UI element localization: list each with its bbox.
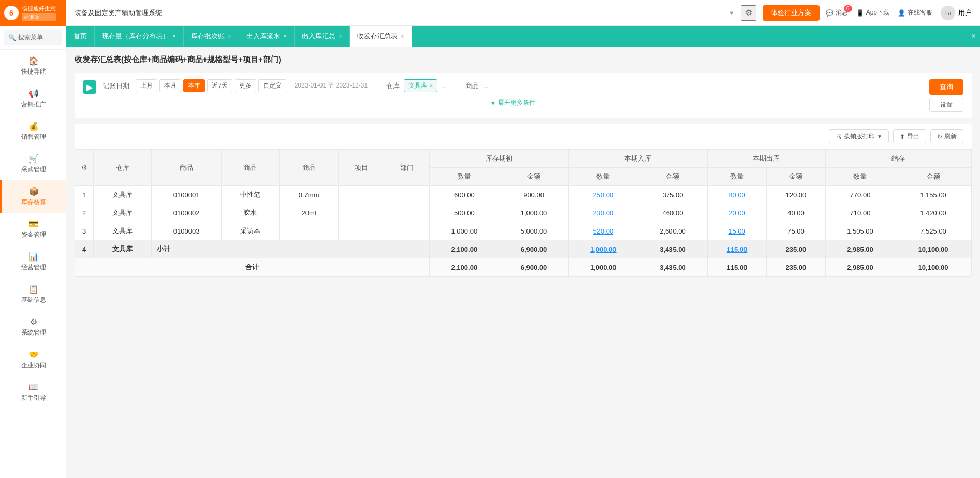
- subtotal-closing-qty: 2,985.00: [825, 240, 895, 258]
- cell-project: [339, 186, 384, 204]
- warehouse-more-btn[interactable]: ...: [442, 82, 447, 90]
- logo-text: 畅捷通好生意 标准版: [22, 5, 56, 21]
- filter-settings-button[interactable]: 设置: [929, 98, 963, 112]
- filter-toggle-button[interactable]: ▶: [83, 80, 96, 94]
- toolbar-right: 🖨 拨销版打印 ▼ ⬆ 导出 ↻ 刷新: [829, 129, 963, 143]
- tab-io-flow-close[interactable]: ×: [283, 33, 287, 40]
- cell-closing-qty: 1,505.00: [825, 222, 895, 240]
- sidebar-item-enterprise[interactable]: 🤝 企业协同: [0, 343, 66, 376]
- th-closing-amt: 金额: [895, 168, 972, 186]
- cell-in-qty[interactable]: 230.00: [568, 204, 638, 222]
- guide-icon: 📖: [28, 382, 39, 392]
- sidebar-item-label: 库存核算: [21, 198, 46, 207]
- settings-button[interactable]: ⚙: [741, 5, 756, 21]
- subtotal-row: 4 文具库 小计 2,100.00 6,900.00 1,000.00 3,43…: [75, 240, 972, 258]
- date-btn-this-year[interactable]: 本年: [183, 79, 205, 92]
- tab-io-summary[interactable]: 出入库汇总 ×: [295, 26, 350, 47]
- tab-inventory-dist[interactable]: 现存量（库存分布表） ×: [95, 26, 184, 47]
- table-area: 🖨 拨销版打印 ▼ ⬆ 导出 ↻ 刷新: [75, 124, 972, 277]
- date-btn-7days[interactable]: 近7天: [207, 79, 232, 92]
- sidebar-item-basic-info[interactable]: 📋 基础信息: [0, 278, 66, 311]
- print-icon: 🖨: [836, 133, 842, 140]
- sidebar-item-label: 资金管理: [21, 230, 46, 239]
- tab-home[interactable]: 首页: [66, 26, 95, 47]
- cell-out-qty[interactable]: 15.00: [708, 222, 767, 240]
- quick-nav-icon: 🏠: [28, 56, 39, 66]
- warehouse-tag-text: 文具库: [408, 81, 427, 90]
- avatar: Ea: [941, 6, 955, 20]
- cell-department: [384, 204, 430, 222]
- refresh-label: 刷新: [944, 132, 957, 141]
- cell-goods-spec: 20ml: [280, 204, 339, 222]
- warehouse-tag: 文具库 ×: [404, 79, 437, 92]
- finance-icon: 💳: [28, 219, 39, 229]
- tab-io-summary-label: 出入库汇总: [302, 32, 335, 41]
- tab-io-summary-close[interactable]: ×: [339, 33, 342, 40]
- export-button[interactable]: ⬆ 导出: [893, 129, 926, 143]
- date-buttons: 上月 本月 本年 近7天 更多 自定义: [136, 79, 286, 92]
- th-opening-group: 库存期初: [430, 150, 568, 168]
- export-icon: ⬆: [900, 133, 905, 140]
- query-button[interactable]: 查询: [929, 79, 963, 95]
- cell-out-qty[interactable]: 80.00: [708, 186, 767, 204]
- sidebar-item-label: 快捷导航: [21, 67, 46, 76]
- cell-opening-amt: 5,000.00: [499, 222, 568, 240]
- app-download-button[interactable]: 📱 App下载: [856, 8, 889, 17]
- subtotal-label: 小计: [152, 240, 430, 258]
- subtotal-out-qty[interactable]: 115.00: [708, 240, 767, 258]
- tab-batch-accounts[interactable]: 库存批次账 ×: [184, 26, 239, 47]
- cell-goods-name: 中性笔: [221, 186, 279, 204]
- trial-button[interactable]: 体验行业方案: [763, 5, 820, 21]
- tab-recv-send-summary-close[interactable]: ×: [401, 33, 404, 40]
- sidebar-search-button[interactable]: 🔍 搜索菜单: [4, 30, 62, 45]
- cell-in-qty[interactable]: 520.00: [568, 222, 638, 240]
- tab-batch-accounts-close[interactable]: ×: [228, 33, 231, 40]
- filter-expand-btn[interactable]: ▼ 展开更多条件: [103, 96, 923, 109]
- print-button[interactable]: 🖨 拨销版打印 ▼: [829, 129, 889, 143]
- filter-area: ▶ 记账日期 上月 本月 本年 近7天 更多 自定义 2023-01-01 至 …: [75, 73, 972, 118]
- tab-io-flow[interactable]: 出入库流水 ×: [239, 26, 295, 47]
- cell-out-amt: 120.00: [766, 186, 825, 204]
- warehouse-tag-close[interactable]: ×: [429, 82, 433, 90]
- cell-out-amt: 75.00: [766, 222, 825, 240]
- sidebar-item-inventory[interactable]: 📦 库存核算: [0, 180, 66, 213]
- tab-recv-send-summary[interactable]: 收发存汇总表 ×: [350, 26, 412, 47]
- goods-more-btn[interactable]: ...: [483, 82, 488, 90]
- cell-in-amt: 375.00: [638, 186, 707, 204]
- sidebar-item-purchase[interactable]: 🛒 采购管理: [0, 148, 66, 180]
- export-label: 导出: [907, 132, 919, 141]
- search-icon: 🔍: [8, 34, 16, 41]
- sidebar-item-system[interactable]: ⚙ 系统管理: [0, 311, 66, 343]
- warehouse-label: 仓库: [386, 81, 400, 91]
- cell-opening-amt: 900.00: [499, 186, 568, 204]
- cell-in-qty[interactable]: 250.00: [568, 186, 638, 204]
- subtotal-no: 4: [75, 240, 94, 258]
- sidebar-item-finance[interactable]: 💳 资金管理: [0, 213, 66, 245]
- th-closing-group: 结存: [825, 150, 971, 168]
- total-closing-amt: 10,100.00: [895, 258, 972, 277]
- refresh-button[interactable]: ↻ 刷新: [930, 129, 963, 143]
- message-button[interactable]: 💬 消息 6: [826, 8, 848, 17]
- table-row: 3 文具库 0100003 采访本 1,000.00 5,000.00 520.…: [75, 222, 972, 240]
- date-btn-custom[interactable]: 自定义: [258, 79, 286, 92]
- date-btn-prev-month[interactable]: 上月: [136, 79, 157, 92]
- date-btn-more[interactable]: 更多: [235, 79, 256, 92]
- sales-icon: 💰: [28, 121, 39, 131]
- sidebar-item-quick-nav[interactable]: 🏠 快捷导航: [0, 50, 66, 82]
- app-download-label: App下载: [866, 8, 889, 17]
- subtotal-in-qty[interactable]: 1,000.00: [568, 240, 638, 258]
- date-btn-this-month[interactable]: 本月: [159, 79, 181, 92]
- sidebar-item-guide[interactable]: 📖 新手引导: [0, 376, 66, 409]
- online-service-button[interactable]: 👤 在线客服: [898, 8, 932, 17]
- date-label: 记账日期: [103, 81, 129, 91]
- logo-icon: 6: [4, 6, 19, 20]
- tabbar-close-all[interactable]: ×: [971, 32, 976, 41]
- sidebar-item-sales[interactable]: 💰 销售管理: [0, 115, 66, 148]
- cell-out-qty[interactable]: 20.00: [708, 204, 767, 222]
- cell-closing-qty: 710.00: [825, 204, 895, 222]
- sidebar-item-operations[interactable]: 📊 经营管理: [0, 245, 66, 278]
- tab-inventory-dist-close[interactable]: ×: [172, 33, 176, 40]
- user-menu[interactable]: Ea 用户: [941, 6, 972, 20]
- cell-no: 1: [75, 186, 94, 204]
- sidebar-item-marketing[interactable]: 📢 营销推广: [0, 82, 66, 115]
